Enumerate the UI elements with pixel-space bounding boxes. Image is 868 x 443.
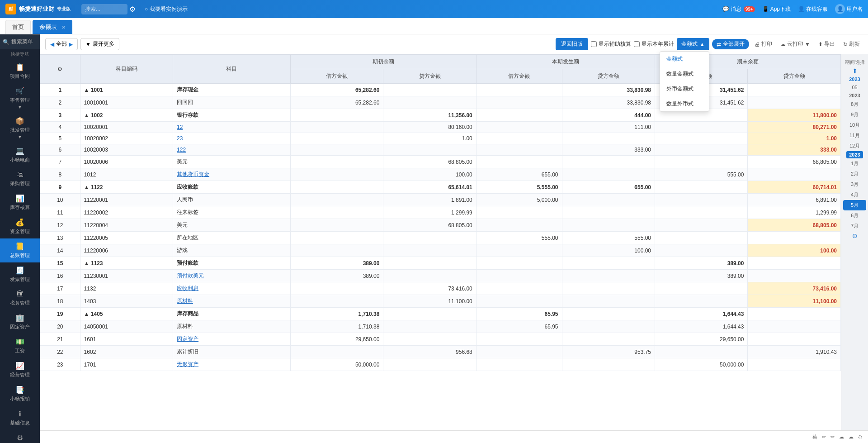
prev-arrow[interactable]: ⬆ (851, 67, 859, 76)
show-year-input[interactable] (634, 41, 640, 47)
sidebar-item-accounting[interactable]: 📒 总账管理 (0, 238, 40, 262)
table-cell: 1602 (80, 346, 173, 358)
refresh-button[interactable]: ↻ 刷新 (840, 38, 863, 50)
online-service-btn[interactable]: 👤 在线客服 (798, 5, 828, 13)
print-button[interactable]: 🖨 打印 (752, 38, 775, 50)
sidebar-item-basic[interactable]: ℹ 基础信息 (0, 406, 40, 430)
top-bar-right: 💬 消息 99+ 📱 App下载 👤 在线客服 👤 用户名 (722, 4, 863, 14)
top-search-input[interactable]: 搜索... (81, 4, 127, 14)
sidebar-item-purchase[interactable]: 🛍 采购管理 (0, 167, 40, 191)
logo-area: 财 畅捷通好业财 专业版 (5, 4, 71, 14)
status-icon-2[interactable]: ✏ (830, 434, 835, 440)
expand-all-button[interactable]: ⇄ 全部展开 (712, 39, 749, 49)
table-cell[interactable]: 23 (173, 133, 291, 144)
sidebar-search[interactable]: 🔍 搜索菜单 (0, 34, 40, 49)
status-icon-3[interactable]: ☁ (839, 434, 844, 440)
month-2[interactable]: 2月 (841, 169, 868, 179)
table-cell: ▲ 1001 (80, 84, 173, 96)
table-cell[interactable]: 无形资产 (173, 358, 291, 371)
table-cell: 10010001 (80, 96, 173, 109)
all-left-arrow: ◀ (50, 41, 54, 48)
month-1[interactable]: 1月 (841, 158, 868, 169)
month-05-2023[interactable]: 05 (841, 83, 868, 92)
sidebar-item-tax[interactable]: 🏛 税务管理 (0, 286, 40, 310)
table-cell: 100.00 (383, 168, 476, 181)
export-button[interactable]: ⬆ 导出 (816, 38, 838, 50)
show-assist-checkbox[interactable]: 显示辅助核算 (591, 40, 631, 48)
amount-option-1[interactable]: 数量金额式 (660, 67, 709, 81)
table-cell: 回回回 (173, 96, 291, 109)
sidebar-item-retail[interactable]: 🛒 零售管理 ▼ (0, 83, 40, 113)
table-cell[interactable]: 预付款美元 (173, 270, 291, 282)
show-assist-input[interactable] (591, 41, 597, 47)
table-cell[interactable]: 其他货币资金 (173, 168, 291, 181)
all-button[interactable]: ◀ 全部 ▶ (45, 38, 78, 50)
month-3[interactable]: 3月 (841, 179, 868, 190)
status-icon-1[interactable]: ✏ (822, 434, 826, 440)
month-7[interactable]: 7月 (841, 221, 868, 231)
table-cell[interactable]: 应收利息 (173, 282, 291, 295)
table-cell: 5,000.00 (476, 194, 562, 206)
tab-close-icon[interactable]: ✕ (61, 24, 66, 30)
sidebar-item-project[interactable]: 📋 项目合同 (0, 59, 40, 83)
amount-mode-button[interactable]: 金额式 ▲ (677, 38, 709, 50)
show-year-checkbox[interactable]: 显示本年累计 (634, 40, 674, 48)
month-5[interactable]: 5月 (843, 200, 866, 210)
tab-home-label: 首页 (12, 24, 24, 30)
accounting-icon: 📒 (15, 242, 24, 251)
sidebar-item-salary[interactable]: 💵 工资 (0, 334, 40, 358)
month-12[interactable]: 12月 (841, 141, 868, 151)
service-icon: 👤 (798, 6, 805, 12)
table-cell[interactable]: 固定资产 (173, 333, 291, 346)
sidebar-item-system[interactable]: ⚙ 系统管理 (0, 430, 40, 443)
table-cell (476, 282, 562, 295)
cloud-print-button[interactable]: ☁ 云打印 ▼ (778, 38, 813, 50)
inventory-icon: 📊 (15, 194, 24, 203)
tab-home[interactable]: 首页 (5, 20, 31, 34)
demo-link[interactable]: ○ 我要看实例演示 (145, 5, 188, 13)
sidebar-item-ecommerce[interactable]: 💻 小畅电商 (0, 143, 40, 167)
sidebar-item-invoice[interactable]: 🧾 发票管理 (0, 262, 40, 286)
month-4[interactable]: 4月 (841, 190, 868, 200)
table-cell[interactable]: 原材料 (173, 295, 291, 308)
month-10[interactable]: 10月 (841, 120, 868, 130)
top-settings-icon[interactable]: ⚙ (129, 5, 136, 14)
table-cell: 往来标签 (173, 206, 291, 219)
table-cell[interactable]: 12 (173, 122, 291, 133)
back-old-version-button[interactable]: 退回旧版 (556, 38, 588, 50)
message-btn[interactable]: 💬 消息 99+ (722, 5, 755, 13)
sidebar-item-inventory[interactable]: 📊 库存核算 (0, 191, 40, 214)
table-cell: 银行存款 (173, 109, 291, 122)
basic-icon: ℹ (19, 410, 21, 418)
sidebar-item-report[interactable]: 📑 小畅报销 (0, 382, 40, 406)
user-area[interactable]: 👤 用户名 (835, 4, 863, 14)
amount-option-0[interactable]: 金额式 (660, 52, 709, 67)
system-icon: ⚙ (17, 433, 23, 442)
status-lang[interactable]: 英 (812, 433, 817, 440)
table-cell: 655.00 (476, 168, 562, 181)
sidebar-item-operation[interactable]: 📈 经营管理 (0, 358, 40, 382)
amount-option-2[interactable]: 外币金额式 (660, 81, 709, 96)
table-cell: 6,891.00 (748, 194, 841, 206)
table-cell (290, 109, 383, 122)
tab-balance[interactable]: 余额表 ✕ (33, 20, 72, 34)
month-11[interactable]: 11月 (841, 130, 868, 141)
expand-more-button[interactable]: ▼ 展开更多 (80, 38, 119, 50)
sidebar-item-asset[interactable]: 🏢 固定资产 (0, 310, 40, 334)
settings-icon[interactable]: ⚙ (57, 66, 62, 72)
sidebar-search-label: 搜索菜单 (11, 38, 33, 46)
table-cell[interactable]: 122 (173, 144, 291, 156)
month-6[interactable]: 6月 (841, 210, 868, 221)
app-download-btn[interactable]: 📱 App下载 (762, 5, 791, 13)
month-9[interactable]: 9月 (841, 110, 868, 120)
month-8[interactable]: 8月 (841, 99, 868, 110)
th-settings[interactable]: ⚙ (40, 55, 80, 84)
sidebar-item-capital[interactable]: 💰 资金管理 (0, 214, 40, 238)
table-cell: 100.00 (748, 244, 841, 257)
amount-option-3[interactable]: 数量外币式 (660, 96, 709, 111)
status-icon-4[interactable]: ☁ (849, 434, 854, 440)
sidebar-item-wholesale[interactable]: 📦 批发管理 ▼ (0, 113, 40, 143)
collapse-icon[interactable]: ⊙ (851, 231, 859, 240)
status-icon-5[interactable]: ♺ (858, 434, 863, 440)
table-cell: 655.00 (562, 181, 655, 194)
